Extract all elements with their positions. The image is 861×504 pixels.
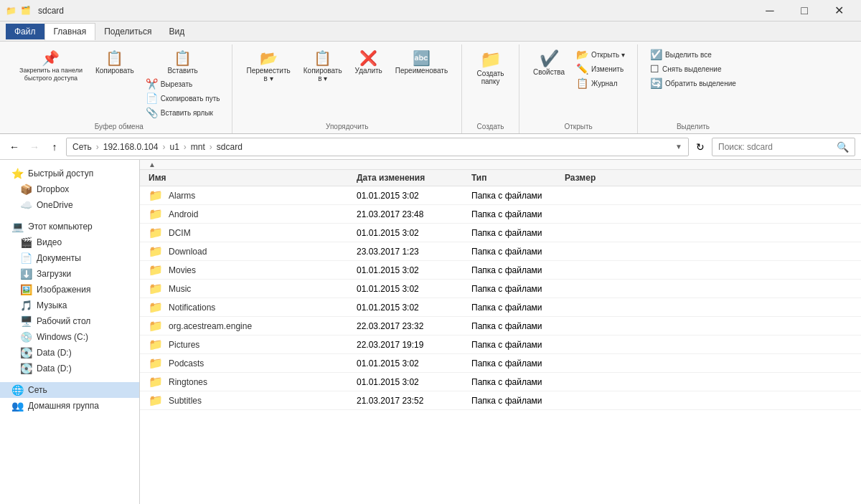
table-row[interactable]: 📁 Movies 01.01.2015 3:02 Папка с файлами — [140, 261, 861, 280]
ribbon-group-create: 📁 Создатьпапку Создать — [462, 44, 519, 133]
sidebar-item-homegroup[interactable]: 👥 Домашняя группа — [0, 398, 139, 414]
ribbon-btn-edit[interactable]: ✏️ Изменить — [573, 62, 629, 76]
tab-share[interactable]: Поделиться — [95, 24, 160, 39]
ribbon-btn-properties[interactable]: ✔️ Свойства — [528, 47, 570, 78]
folder-icon: 📁 — [149, 375, 163, 389]
table-row[interactable]: 📁 Podcasts 01.01.2015 3:02 Папка с файла… — [140, 354, 861, 373]
downloads-icon: ⬇️ — [20, 268, 32, 280]
sidebar-item-data-d-1[interactable]: 💽 Data (D:) — [0, 345, 139, 361]
select-all-icon: ☑️ — [650, 49, 662, 60]
file-name: Subtitles — [169, 396, 202, 406]
ribbon-btn-invert[interactable]: 🔄 Обратить выделение — [646, 76, 740, 90]
sidebar: ⭐ Быстрый доступ 📦 Dropbox ☁️ OneDrive 💻… — [0, 160, 140, 504]
file-date: 01.01.2015 3:02 — [357, 191, 471, 201]
quick-access-icon: 🗂️ — [21, 6, 31, 15]
file-type: Папка с файлами — [471, 303, 565, 313]
search-input[interactable] — [718, 142, 837, 152]
file-name: Download — [169, 247, 207, 257]
table-row[interactable]: 📁 Android 21.03.2017 23:48 Папка с файла… — [140, 205, 861, 224]
col-header-type[interactable]: Тип — [471, 173, 565, 183]
address-crumb-ip: 192.168.0.104 — [103, 142, 159, 152]
table-row[interactable]: 📁 Ringtones 01.01.2015 3:02 Папка с файл… — [140, 373, 861, 391]
forward-button[interactable]: → — [26, 138, 43, 156]
sidebar-item-music[interactable]: 🎵 Музыка — [0, 298, 139, 313]
col-header-name[interactable]: Имя — [149, 173, 357, 183]
ribbon-btn-open[interactable]: 📂 Открыть ▾ — [573, 47, 629, 62]
file-date: 21.03.2017 23:52 — [357, 396, 471, 406]
ribbon-btn-copy[interactable]: 📋 Копировать — [90, 47, 139, 77]
tab-view[interactable]: Вид — [160, 24, 193, 39]
tab-home[interactable]: Главная — [44, 23, 96, 40]
close-button[interactable]: ✕ — [822, 0, 855, 22]
address-sep-1: › — [96, 142, 99, 152]
ribbon-btn-new-folder[interactable]: 📁 Создатьпапку — [472, 47, 509, 87]
table-row[interactable]: 📁 Notifications 01.01.2015 3:02 Папка с … — [140, 298, 861, 317]
file-type: Папка с файлами — [471, 228, 565, 238]
sidebar-item-label: Dropbox — [37, 184, 69, 194]
file-name: DCIM — [169, 228, 191, 238]
title-bar: 📁 🗂️ sdcard ─ □ ✕ — [0, 0, 861, 22]
ribbon-btn-select-all[interactable]: ☑️ Выделить все — [646, 47, 740, 62]
title-bar-left: 📁 🗂️ sdcard — [6, 6, 64, 16]
file-date: 21.03.2017 23:48 — [357, 209, 471, 219]
col-header-date[interactable]: Дата изменения — [357, 173, 471, 183]
ribbon-btn-rename[interactable]: 🔤 Переименовать — [390, 47, 453, 77]
organize-label: Упорядочить — [326, 120, 369, 130]
ribbon-tabs: Файл Главная Поделиться Вид — [0, 22, 861, 42]
ribbon-btn-cut[interactable]: ✂️ Вырезать — [142, 77, 224, 91]
documents-icon: 📄 — [20, 252, 32, 264]
table-row[interactable]: 📁 DCIM 01.01.2015 3:02 Папка с файлами — [140, 224, 861, 242]
up-button[interactable]: ↑ — [46, 138, 63, 156]
table-row[interactable]: 📁 Subtitles 21.03.2017 23:52 Папка с фай… — [140, 391, 861, 410]
ribbon-btn-history[interactable]: 📋 Журнал — [573, 76, 629, 90]
maximize-button[interactable]: □ — [788, 0, 821, 22]
sidebar-item-label: Изображения — [37, 285, 90, 295]
sidebar-item-data-d-2[interactable]: 💽 Data (D:) — [0, 361, 139, 376]
sidebar-item-network[interactable]: 🌐 Сеть — [0, 382, 139, 398]
address-crumb-sdcard: sdcard — [217, 142, 243, 152]
open-label: Открыть — [564, 120, 592, 130]
refresh-button[interactable]: ↻ — [692, 138, 709, 156]
sidebar-item-this-pc[interactable]: 💻 Этот компьютер — [0, 219, 139, 234]
ribbon-btn-copy-path[interactable]: 📄 Скопировать путь — [142, 91, 224, 105]
table-row[interactable]: 📁 Alarms 01.01.2015 3:02 Папка с файлами — [140, 186, 861, 205]
sidebar-item-video[interactable]: 🎬 Видео — [0, 234, 139, 250]
tab-file[interactable]: Файл — [6, 24, 44, 39]
ribbon-btn-pin[interactable]: 📌 Закрепить на панелибыстрого доступа — [14, 47, 88, 85]
address-crumb-mnt: mnt — [191, 142, 205, 152]
address-field[interactable]: Сеть › 192.168.0.104 › u1 › mnt › sdcard… — [66, 138, 689, 156]
back-button[interactable]: ← — [6, 138, 23, 156]
sidebar-item-dropbox[interactable]: 📦 Dropbox — [0, 181, 139, 197]
ribbon-btn-paste-shortcut[interactable]: 📎 Вставить ярлык — [142, 105, 224, 120]
sidebar-item-label: Загрузки — [37, 269, 71, 279]
table-row[interactable]: 📁 Download 23.03.2017 1:23 Папка с файла… — [140, 242, 861, 261]
sidebar-item-images[interactable]: 🖼️ Изображения — [0, 282, 139, 298]
search-box[interactable]: 🔍 — [712, 138, 855, 156]
ribbon-btn-delete[interactable]: ❌ Удалить — [350, 47, 387, 77]
table-row[interactable]: 📁 Pictures 22.03.2017 19:19 Папка с файл… — [140, 336, 861, 354]
ribbon-btn-move[interactable]: 📂 Переместитьв ▾ — [241, 47, 295, 85]
open-icon: 📂 — [576, 49, 588, 60]
table-row[interactable]: 📁 org.acestream.engine 22.03.2017 23:32 … — [140, 317, 861, 336]
ribbon-btn-paste[interactable]: 📋 Вставить — [142, 47, 224, 77]
sidebar-item-documents[interactable]: 📄 Документы — [0, 250, 139, 266]
table-row[interactable]: 📁 Music 01.01.2015 3:02 Папка с файлами — [140, 280, 861, 298]
file-type: Папка с файлами — [471, 265, 565, 275]
title-bar-title: sdcard — [38, 6, 64, 16]
sidebar-item-desktop[interactable]: 🖥️ Рабочий стол — [0, 313, 139, 329]
file-name: Podcasts — [169, 358, 204, 369]
sidebar-item-label: Data (D:) — [37, 348, 72, 358]
sidebar-item-onedrive[interactable]: ☁️ OneDrive — [0, 197, 139, 213]
file-date: 23.03.2017 1:23 — [357, 247, 471, 257]
sidebar-item-downloads[interactable]: ⬇️ Загрузки — [0, 266, 139, 282]
ribbon-btn-copy-to[interactable]: 📋 Копироватьв ▾ — [298, 47, 347, 85]
cut-icon: ✂️ — [146, 78, 158, 90]
file-name: Alarms — [169, 191, 195, 201]
minimize-button[interactable]: ─ — [753, 0, 786, 22]
sidebar-item-windows-c[interactable]: 💿 Windows (C:) — [0, 329, 139, 345]
col-header-size[interactable]: Размер — [565, 173, 636, 183]
ribbon-btn-deselect[interactable]: ☐ Снять выделение — [646, 62, 740, 76]
sidebar-item-quick-access[interactable]: ⭐ Быстрый доступ — [0, 166, 139, 181]
address-crumb-network: Сеть — [72, 142, 92, 152]
folder-icon: 📁 — [149, 394, 163, 407]
